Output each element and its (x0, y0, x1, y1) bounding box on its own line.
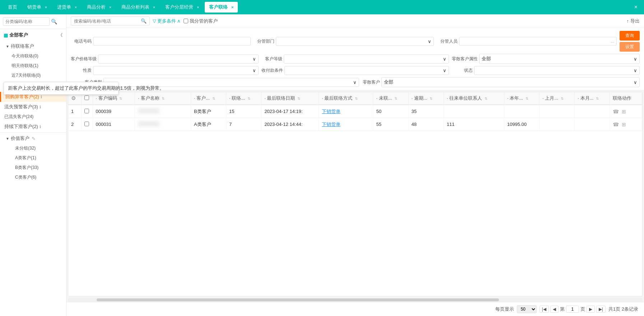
nav-close-all-button[interactable]: × (631, 3, 640, 12)
cell-last-method-1: 下销货单 (319, 105, 373, 118)
cell-action-1: ☎ ⊞ (610, 105, 642, 118)
action-grid-icon-2[interactable]: ⊞ (622, 122, 626, 127)
nav-close-customer-segment[interactable]: × (197, 5, 199, 9)
row-checkbox-1[interactable] (84, 109, 89, 113)
nav-close-product-analysis-list[interactable]: × (153, 5, 155, 9)
price-level-arrow: ∨ (252, 56, 256, 62)
cell-action-2: ☎ ⊞ (610, 118, 642, 131)
nav-item-purchase[interactable]: 进货单 × (53, 2, 81, 13)
horizontal-scroll-thumb[interactable] (97, 298, 499, 301)
nav-item-customer-contact[interactable]: 客户联络 × (205, 2, 238, 13)
value-arrow-icon: ▼ (6, 137, 9, 141)
settings-button[interactable]: 设置 (620, 42, 640, 52)
retail-customer-select[interactable]: 全部 ∨ (381, 77, 640, 87)
sidebar-search-input[interactable] (3, 17, 50, 26)
filter-search-input[interactable] (74, 19, 139, 24)
sidebar-churn-warning[interactable]: 流失预警客户(3) ℹ (0, 102, 66, 112)
cell-uncontacted-1: 50 (373, 105, 408, 118)
nav-close-customer-contact[interactable]: × (231, 5, 233, 9)
per-page-select[interactable]: 50 20 100 (517, 305, 537, 313)
last-method-link-1[interactable]: 下销货单 (322, 109, 340, 114)
sort-icon-this-year: ⇅ (525, 96, 528, 100)
cell-this-year-2: 10995.00 (504, 118, 539, 131)
sidebar-churned[interactable]: 已流失客户(24) (0, 112, 66, 122)
retail-attr-select[interactable]: 全部 ∨ (479, 54, 640, 64)
my-customers-checkbox[interactable] (184, 19, 188, 23)
nav-item-product-analysis[interactable]: 商品分析 × (83, 2, 116, 13)
sidebar-all-customers[interactable]: ▦ 全部客户 《 (0, 29, 66, 41)
query-button[interactable]: 查询 (620, 31, 640, 41)
my-customers-checkbox-area[interactable]: 我分管的客户 (184, 18, 218, 24)
filter-search-icon: 🔍 (141, 18, 147, 24)
last-page-btn[interactable]: ▶| (596, 306, 606, 313)
prev-page-btn[interactable]: ◀ (550, 306, 559, 313)
customer-level-arrow: ∨ (443, 56, 446, 62)
nav-close-product-analysis[interactable]: × (109, 5, 111, 9)
nature-select[interactable]: ∨ (93, 66, 259, 75)
payment-select[interactable]: ∨ (284, 66, 449, 75)
sidebar-value-customers-title[interactable]: ▼ 价值客户 ✎ (4, 133, 66, 143)
next-page-btn[interactable]: ▶ (587, 306, 595, 313)
nav-item-home[interactable]: 首页 (4, 2, 22, 13)
sort-icon-last-method: ⇅ (355, 96, 358, 100)
cell-type-1: B类客户 (191, 105, 226, 118)
cell-last-method-2: 下销货单 (319, 118, 373, 131)
sidebar-today-contact[interactable]: 今天待联络(0) (4, 51, 66, 61)
price-level-select[interactable]: ∨ (98, 55, 259, 63)
th-this-year: · 本年... ⇅ (504, 92, 539, 105)
content-area: 🔍 ▽ 更多条件 ∧ 我分管的客户 ↑ 导出 电话号码 (66, 14, 644, 316)
sidebar-class-a[interactable]: A类客户(1) (7, 153, 66, 163)
table-row: 2 000031 A类客户 7 2023-04-12 14:44: 下销货单 5… (68, 118, 642, 131)
more-conditions-btn[interactable]: ▽ 更多条件 ∧ (153, 18, 181, 24)
last-method-link-2[interactable]: 下销货单 (322, 122, 340, 127)
export-button[interactable]: ↑ 导出 (627, 18, 640, 24)
action-phone-icon-1[interactable]: ☎ (613, 109, 619, 114)
customer-level-select[interactable]: ∨ (284, 55, 449, 63)
sidebar-class-b[interactable]: B类客户(33) (7, 163, 66, 173)
action-grid-icon-1[interactable]: ⊞ (622, 109, 626, 114)
nav-close-sales[interactable]: × (45, 5, 47, 9)
filter-status: 状态 ∨ (452, 66, 640, 75)
sidebar-declining[interactable]: 持续下滑客户(2) ℹ (0, 122, 66, 132)
action-phone-icon-2[interactable]: ☎ (613, 122, 619, 127)
page-number-input[interactable] (566, 306, 579, 313)
row-actions-1: ☎ ⊞ (613, 109, 639, 114)
sidebar-value-subgroup: 未分组(32) A类客户(1) B类客户(33) C类客户(6) (4, 143, 66, 182)
cell-this-month-1 (575, 105, 610, 118)
chevron-down-icon: ∧ (177, 18, 181, 24)
horizontal-scrollbar[interactable] (68, 298, 643, 302)
phone-input[interactable] (93, 37, 251, 46)
customer-name-2-blurred (138, 121, 159, 127)
info-icon-repurchase[interactable]: ℹ (41, 95, 42, 99)
row-checkbox-2[interactable] (84, 122, 89, 126)
edit-value-group-icon[interactable]: ✎ (32, 136, 36, 141)
sidebar-unclassified[interactable]: 未分组(32) (7, 143, 66, 153)
status-select[interactable]: ∨ (474, 66, 640, 75)
main-layout: 🔍 ▦ 全部客户 《 ▼ 待联络客户 今天待联络(0) 明天待联络(1) 近7天… (0, 14, 644, 316)
select-all-checkbox[interactable] (84, 95, 89, 100)
arrow-icon: ▼ (6, 44, 9, 48)
nav-close-purchase[interactable]: × (75, 5, 77, 9)
th-company-contact: · 往来单位联系人 ⇅ (444, 92, 504, 105)
page-navigation: |◀ ◀ 第 页 ▶ ▶| (539, 306, 606, 313)
sidebar-7days-contact[interactable]: 近7天待联络(0) (4, 71, 66, 80)
th-name: · 客户名称 ⇅ (135, 92, 191, 105)
sidebar-pending-contact-title[interactable]: ▼ 待联络客户 (4, 41, 66, 51)
sidebar-tomorrow-contact[interactable]: 明天待联络(1) (4, 61, 66, 71)
table-settings-icon[interactable]: ⚙ (71, 95, 76, 101)
info-icon-declining[interactable]: ℹ (40, 124, 41, 129)
sidebar-class-c[interactable]: C类客户(6) (7, 173, 66, 182)
nav-item-sales[interactable]: 销货单 × (23, 2, 51, 13)
first-page-btn[interactable]: |◀ (539, 306, 549, 313)
sidebar-search-icon[interactable]: 🔍 (51, 19, 57, 24)
cell-name-1 (135, 105, 191, 118)
sidebar-collapse-btn[interactable]: 《 (58, 32, 62, 38)
top-nav: 首页 销货单 × 进货单 × 商品分析 × 商品分析列表 × 客户分层经营 × … (0, 0, 644, 14)
retail-attr-arrow: ∨ (634, 56, 637, 62)
nav-item-product-analysis-list[interactable]: 商品分析列表 × (117, 2, 159, 13)
nav-item-customer-segment[interactable]: 客户分层经营 × (161, 2, 203, 13)
info-icon-churn-warning[interactable]: ℹ (40, 105, 41, 109)
dept-select[interactable]: ∨ (276, 37, 434, 46)
th-overdue: · 逾期... ⇅ (408, 92, 444, 105)
manager-select[interactable]: ... (459, 37, 617, 46)
